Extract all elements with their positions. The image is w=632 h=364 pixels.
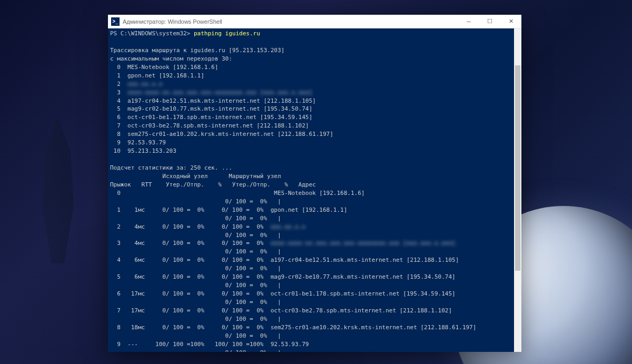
stat-row-0: 0 MES-Notebook [192.168.1.6]: [110, 190, 364, 196]
stat-row-4: 4 6мс 0/ 100 = 0% 0/ 100 = 0% a197-cr04-…: [110, 257, 459, 263]
hop-9: 9 92.53.93.79: [110, 139, 166, 146]
stat-row-9: 9 --- 100/ 100 =100% 100/ 100 =100% 92.5…: [110, 341, 309, 348]
stat-row-2-redacted: xxx.xx.x.x: [271, 223, 305, 231]
maximize-button[interactable]: ☐: [479, 15, 500, 28]
col-header-2: Прыжок RTT Утер./Отпр. % Утер./Отпр. % А…: [110, 181, 316, 188]
hop-5: 5 mag9-cr02-be10.77.msk.mts-internet.net…: [110, 105, 312, 112]
hop-10: 10 95.213.153.203: [110, 147, 176, 154]
powershell-window: >_ Администратор: Windows PowerShell ─ ☐…: [108, 15, 521, 352]
col-header-1: Исходный узел Маршрутный узел: [110, 173, 281, 180]
minimize-button[interactable]: ─: [458, 15, 479, 28]
powershell-icon: >_: [111, 17, 120, 26]
hop-2-redacted: xxx.xx.x.x: [127, 80, 162, 88]
window-controls: ─ ☐ ✕: [458, 15, 521, 28]
hop-0: 0 MES-Notebook [192.168.1.6]: [110, 64, 218, 71]
stat-row-5: 5 6мс 0/ 100 = 0% 0/ 100 = 0% mag9-cr02-…: [110, 273, 456, 280]
stat-row-0b: 0/ 100 = 0% |: [110, 198, 281, 205]
stat-row-6: 6 17мс 0/ 100 = 0% 0/ 100 = 0% oct-cr01-…: [110, 290, 456, 297]
stat-row-5b: 0/ 100 = 0% |: [110, 282, 281, 289]
stat-row-1b: 0/ 100 = 0% |: [110, 215, 281, 222]
stat-row-7: 7 17мс 0/ 100 = 0% 0/ 100 = 0% oct-cr03-…: [110, 307, 452, 314]
background-ship: [26, 116, 90, 263]
hop-6: 6 oct-cr01-be1.178.spb.mts-internet.net …: [110, 114, 312, 121]
hop-4: 4 a197-cr04-be12.51.msk.mts-internet.net…: [110, 97, 316, 104]
hop-3-redacted: xxxx-xxxx-xx.xxx.xxx.xxx-xxxxxxxx.xxx [x…: [127, 88, 312, 97]
trace-header: Трассировка маршрута к iguides.ru [95.21…: [110, 47, 284, 54]
stat-row-8: 8 18мс 0/ 100 = 0% 0/ 100 = 0% sem275-cr…: [110, 324, 476, 331]
prompt: PS C:\WINDOWS\system32>: [110, 30, 190, 37]
stat-row-2: 2 4мс 0/ 100 = 0% 0/ 100 = 0%: [110, 223, 271, 230]
hop-2: 2: [110, 81, 127, 87]
stat-row-6b: 0/ 100 = 0% |: [110, 299, 281, 306]
window-title: Администратор: Windows PowerShell: [123, 18, 458, 25]
stat-row-9b: 0/ 100 = 0% |: [110, 349, 281, 352]
stats-header: Подсчет статистики за: 250 сек. ...: [110, 164, 232, 171]
stat-row-4b: 0/ 100 = 0% |: [110, 265, 281, 272]
hop-3: 3: [110, 89, 127, 96]
close-button[interactable]: ✕: [500, 15, 521, 28]
command: pathping iguides.ru: [194, 30, 260, 37]
scrollbar-thumb[interactable]: [515, 65, 520, 271]
scrollbar[interactable]: [514, 28, 521, 352]
max-hops: с максимальным числом переходов 30:: [110, 55, 232, 62]
hop-8: 8 sem275-cr01-ae10.202.krsk.mts-internet…: [110, 131, 333, 137]
titlebar[interactable]: >_ Администратор: Windows PowerShell ─ ☐…: [108, 15, 521, 28]
stat-row-3-redacted: xxxx-xxxx-xx.xxx.xxx.xxx-xxxxxxxx.xxx [x…: [271, 239, 456, 248]
stat-row-3: 3 4мс 0/ 100 = 0% 0/ 100 = 0%: [110, 240, 271, 247]
stat-row-7b: 0/ 100 = 0% |: [110, 316, 281, 322]
stat-row-8b: 0/ 100 = 0% |: [110, 332, 281, 339]
stat-row-1: 1 1мс 0/ 100 = 0% 0/ 100 = 0% gpon.net […: [110, 206, 347, 213]
hop-1: 1 gpon.net [192.168.1.1]: [110, 72, 204, 79]
hop-7: 7 oct-cr03-be2.78.spb.mts-internet.net […: [110, 122, 309, 129]
stat-row-2b: 0/ 100 = 0% |: [110, 232, 281, 239]
stat-row-3b: 0/ 100 = 0% |: [110, 248, 281, 255]
console-output[interactable]: PS C:\WINDOWS\system32> pathping iguides…: [108, 28, 521, 352]
